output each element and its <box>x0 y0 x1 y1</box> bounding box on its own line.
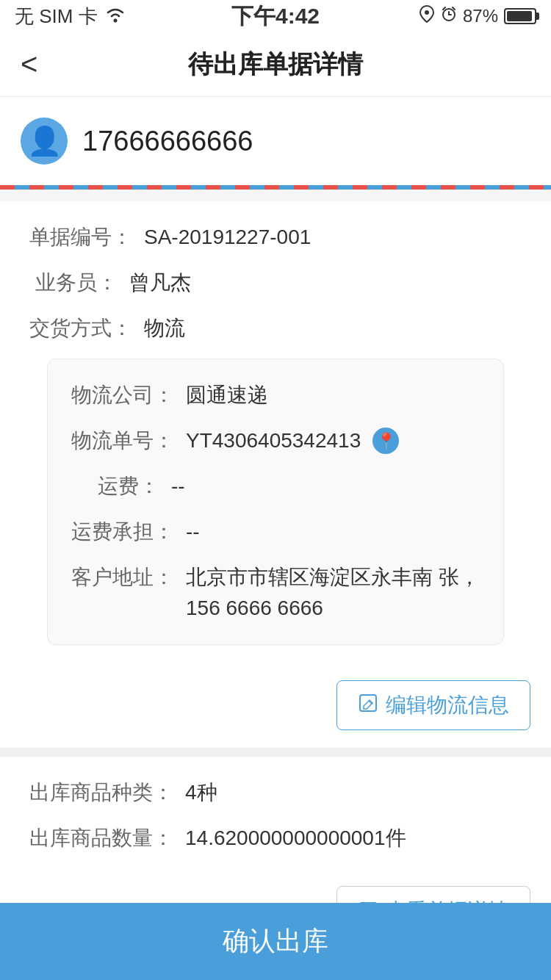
status-left: 无 SIM 卡 <box>15 4 126 29</box>
salesman-value: 曾凡杰 <box>129 267 522 298</box>
logistics-freight-bearer-row: 运费承担： -- <box>71 516 480 547</box>
salesman-row: 业务员： 曾凡杰 <box>29 267 522 298</box>
back-button[interactable]: < <box>21 48 37 81</box>
logistics-company-label: 物流公司： <box>71 380 174 411</box>
goods-quantity-label: 出库商品数量： <box>29 823 173 854</box>
goods-section: 出库商品种类： 4种 出库商品数量： 14.620000000000001件 <box>0 757 551 874</box>
delivery-label: 交货方式： <box>29 313 132 344</box>
logistics-tracking-value: YT4306405342413 📍 <box>186 425 480 456</box>
logistics-address-row: 客户地址： 北京市市辖区海淀区永丰南 张，156 6666 6666 <box>71 562 480 624</box>
delivery-row: 交货方式： 物流 <box>29 313 522 344</box>
battery-percentage: 87% <box>463 6 498 26</box>
document-number-row: 单据编号： SA-20191227-001 <box>29 222 522 253</box>
svg-point-1 <box>425 10 429 15</box>
status-bar: 无 SIM 卡 下午4:42 87 <box>0 0 551 32</box>
page-title: 待出库单据详情 <box>188 48 363 82</box>
svg-rect-5 <box>360 695 376 711</box>
customer-phone: 17666666666 <box>82 126 253 157</box>
dashed-divider <box>0 185 551 190</box>
logistics-card: 物流公司： 圆通速递 物流单号： YT4306405342413 📍 运费： -… <box>47 359 504 645</box>
logistics-company-value: 圆通速递 <box>186 380 480 411</box>
logistics-tracking-row: 物流单号： YT4306405342413 📍 <box>71 425 480 456</box>
edit-icon <box>358 693 378 718</box>
goods-types-label: 出库商品种类： <box>29 777 173 808</box>
section-divider <box>0 748 551 757</box>
logistics-freight-value: -- <box>171 471 480 502</box>
delivery-value: 物流 <box>144 313 522 344</box>
battery-icon <box>504 8 536 24</box>
salesman-label: 业务员： <box>29 267 118 298</box>
logistics-freight-bearer-label: 运费承担： <box>71 516 174 547</box>
goods-types-value: 4种 <box>185 777 522 808</box>
goods-quantity-row: 出库商品数量： 14.620000000000001件 <box>29 823 522 854</box>
track-location-icon[interactable]: 📍 <box>372 428 399 454</box>
logistics-freight-row: 运费： -- <box>71 471 480 502</box>
document-number-value: SA-20191227-001 <box>144 222 522 253</box>
document-number-label: 单据编号： <box>29 222 132 253</box>
location-status-icon <box>419 4 435 28</box>
logistics-tracking-label: 物流单号： <box>71 425 174 456</box>
carrier-text: 无 SIM 卡 <box>15 4 98 29</box>
logistics-address-label: 客户地址： <box>71 562 174 593</box>
confirm-outbound-button[interactable]: 确认出库 <box>0 923 551 959</box>
goods-types-row: 出库商品种类： 4种 <box>29 777 522 808</box>
edit-btn-row: 编辑物流信息 <box>0 666 551 748</box>
edit-logistics-button[interactable]: 编辑物流信息 <box>336 680 530 730</box>
nav-bar: < 待出库单据详情 <box>0 32 551 97</box>
avatar: 👤 <box>21 118 68 165</box>
logistics-freight-bearer-value: -- <box>186 516 480 547</box>
user-icon: 👤 <box>27 125 62 157</box>
document-info-section: 单据编号： SA-20191227-001 业务员： 曾凡杰 交货方式： 物流 … <box>0 201 551 666</box>
edit-logistics-label: 编辑物流信息 <box>386 691 509 719</box>
svg-point-0 <box>113 18 117 22</box>
confirm-btn-wrap: 确认出库 <box>0 903 551 980</box>
alarm-icon <box>441 5 457 27</box>
goods-quantity-value: 14.620000000000001件 <box>185 823 522 854</box>
logistics-freight-label: 运费： <box>71 471 159 502</box>
logistics-address-value: 北京市市辖区海淀区永丰南 张，156 6666 6666 <box>186 562 480 624</box>
status-time: 下午4:42 <box>231 1 320 32</box>
wifi-icon <box>105 5 126 28</box>
status-right: 87% <box>419 4 536 28</box>
customer-header: 👤 17666666666 <box>0 97 551 185</box>
logistics-company-row: 物流公司： 圆通速递 <box>71 380 480 411</box>
